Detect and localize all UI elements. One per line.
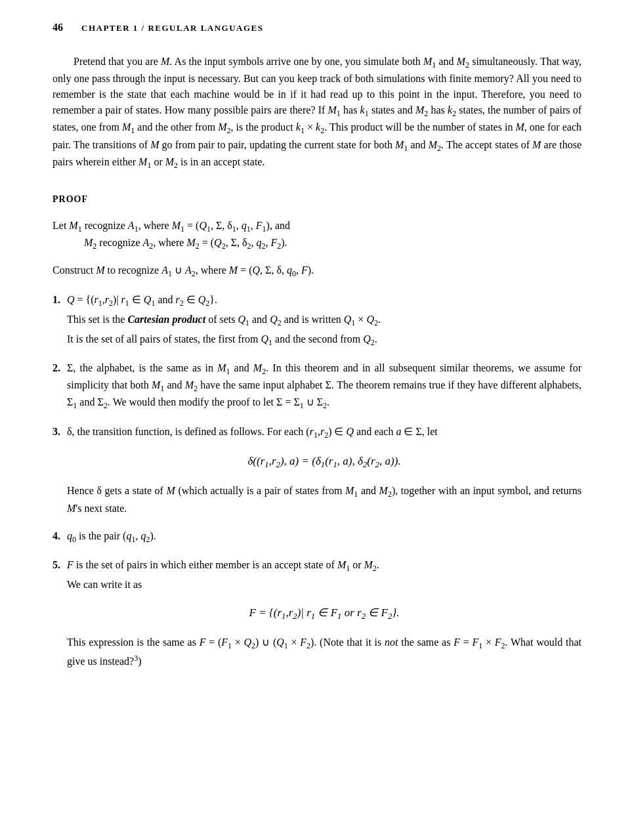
chapter-title: CHAPTER 1 / REGULAR LANGUAGES: [81, 22, 264, 35]
list-num-1: 1.: [53, 292, 67, 308]
intro-paragraph: Pretend that you are M. As the input sym…: [53, 54, 581, 171]
formula-delta: δ((r1,r2), a) = (δ1(r1, a), δ2(r2, a)).: [67, 453, 581, 472]
page-number: 46: [53, 20, 63, 35]
list-item-5: 5. F is the set of pairs in which either…: [53, 557, 581, 672]
proof-list: 1. Q = {(r1,r2)| r1 ∈ Q1 and r2 ∈ Q2}. T…: [53, 292, 581, 672]
list-content-5: F is the set of pairs in which either me…: [67, 557, 581, 672]
list-content-3: δ, the transition function, is defined a…: [67, 424, 581, 519]
list-content-4: q0 is the pair (q1, q2).: [67, 528, 581, 548]
list-item-4: 4. q0 is the pair (q1, q2).: [53, 528, 581, 548]
list-num-2: 2.: [53, 360, 67, 376]
page-header: 46 CHAPTER 1 / REGULAR LANGUAGES: [53, 20, 581, 35]
proof-section: PROOF Let M1 recognize A1, where M1 = (Q…: [53, 192, 581, 672]
list-item-1: 1. Q = {(r1,r2)| r1 ∈ Q1 and r2 ∈ Q2}. T…: [53, 292, 581, 352]
hence-paragraph: Hence δ gets a state of M (which actuall…: [67, 483, 581, 516]
list-num-4: 4.: [53, 528, 67, 544]
proof-heading: PROOF: [53, 192, 581, 206]
proof-intro: Let M1 recognize A1, where M1 = (Q1, Σ, …: [53, 218, 581, 252]
list-num-3: 3.: [53, 424, 67, 440]
list-item-2: 2. Σ, the alphabet, is the same as in M1…: [53, 360, 581, 415]
formula-F: F = {(r1,r2)| r1 ∈ F1 or r2 ∈ F2}.: [67, 604, 581, 623]
proof-construct: Construct M to recognize A1 ∪ A2, where …: [53, 262, 581, 280]
list-content-2: Σ, the alphabet, is the same as in M1 an…: [67, 360, 581, 415]
note-paragraph: This expression is the same as F = (F1 ×…: [67, 635, 581, 669]
list-content-1: Q = {(r1,r2)| r1 ∈ Q1 and r2 ∈ Q2}. This…: [67, 292, 581, 352]
list-item-3: 3. δ, the transition function, is define…: [53, 424, 581, 519]
list-num-5: 5.: [53, 557, 67, 573]
